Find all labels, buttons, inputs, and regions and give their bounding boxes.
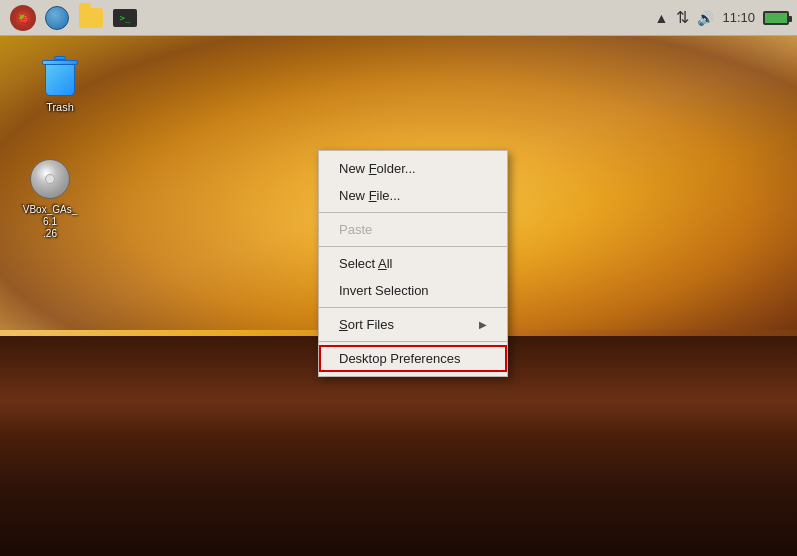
menu-divider-3: [319, 307, 507, 308]
trash-icon-label: Trash: [43, 100, 77, 115]
context-menu-desktop-preferences[interactable]: Desktop Preferences: [319, 345, 507, 372]
select-all-label: Select All: [339, 256, 392, 271]
svg-text:🍓: 🍓: [18, 13, 30, 25]
context-menu-paste[interactable]: Paste: [319, 216, 507, 243]
context-menu-invert-selection[interactable]: Invert Selection: [319, 277, 507, 304]
new-file-label: New File...: [339, 188, 400, 203]
paste-label: Paste: [339, 222, 372, 237]
rpi-logo-icon: 🍓: [10, 5, 36, 31]
network-up-icon: ▲: [655, 10, 669, 26]
network-transfer-icon: ⇅: [676, 8, 689, 27]
taskbar-left: 🍓 >_: [8, 4, 140, 32]
context-menu: New Folder... New File... Paste Select A…: [318, 150, 508, 377]
trash-desktop-icon[interactable]: Trash: [25, 52, 95, 119]
file-manager-button[interactable]: [76, 4, 106, 32]
clock: 11:10: [722, 10, 755, 25]
invert-selection-label: Invert Selection: [339, 283, 429, 298]
trash-icon-image: [40, 56, 80, 96]
context-menu-new-file[interactable]: New File...: [319, 182, 507, 209]
terminal-button[interactable]: >_: [110, 4, 140, 32]
vbox-icon-label: VBox_GAs_6.1.26: [19, 203, 81, 241]
context-menu-sort-files[interactable]: Sort Files ▶: [319, 311, 507, 338]
new-folder-label: New Folder...: [339, 161, 416, 176]
sort-files-label: Sort Files: [339, 317, 394, 332]
sort-files-arrow: ▶: [479, 319, 487, 330]
terminal-icon: >_: [113, 9, 137, 27]
vbox-desktop-icon[interactable]: VBox_GAs_6.1.26: [15, 155, 85, 245]
volume-icon[interactable]: 🔊: [697, 10, 714, 26]
globe-icon: [45, 6, 69, 30]
desktop[interactable]: 🍓 >_ ▲ ⇅ 🔊 11:10: [0, 0, 797, 556]
context-menu-new-folder[interactable]: New Folder...: [319, 155, 507, 182]
rpi-menu-button[interactable]: 🍓: [8, 4, 38, 32]
taskbar-right: ▲ ⇅ 🔊 11:10: [655, 8, 789, 27]
menu-divider-4: [319, 341, 507, 342]
vbox-icon-image: [30, 159, 70, 199]
folder-icon: [79, 8, 103, 28]
desktop-preferences-label: Desktop Preferences: [339, 351, 460, 366]
taskbar: 🍓 >_ ▲ ⇅ 🔊 11:10: [0, 0, 797, 36]
menu-divider-1: [319, 212, 507, 213]
web-browser-button[interactable]: [42, 4, 72, 32]
menu-divider-2: [319, 246, 507, 247]
battery-icon: [763, 11, 789, 25]
context-menu-select-all[interactable]: Select All: [319, 250, 507, 277]
